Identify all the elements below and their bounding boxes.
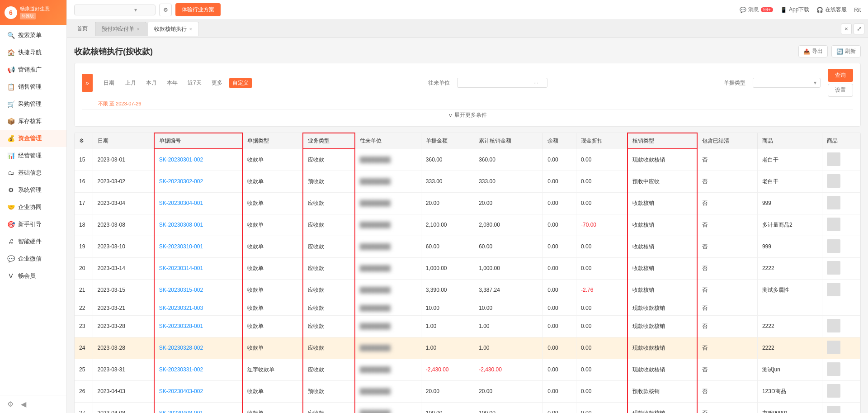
tab-home[interactable]: 首页: [71, 22, 94, 36]
col-header-date[interactable]: 日期: [93, 133, 154, 149]
date-tag-more[interactable]: 更多: [208, 78, 226, 88]
sidebar-item-icon-6: 💰: [7, 135, 14, 142]
col-header-settings[interactable]: ⚙: [75, 133, 93, 149]
col-header-writeoff-type[interactable]: 核销类型: [627, 133, 697, 149]
doc-link[interactable]: SK-20230331-002: [159, 366, 203, 373]
cell-goods: 测试jun: [757, 359, 822, 380]
doc-link[interactable]: SK-20230302-002: [159, 178, 203, 185]
cell-writeoff-amount: 3,387.24: [474, 279, 543, 301]
topbar-search-area[interactable]: ▾: [74, 5, 156, 15]
date-tag-this-month[interactable]: 本月: [142, 78, 160, 88]
col-header-goods-img[interactable]: 商品: [822, 133, 860, 149]
table-row[interactable]: 27 2023-04-08 SK-20230408-001 收款单 应收款 ██…: [75, 402, 860, 413]
export-button[interactable]: 📤 导出: [798, 45, 828, 57]
table-row[interactable]: 24 2023-03-28 SK-20230328-002 收款单 应收款 ██…: [75, 337, 860, 359]
sidebar-item-8[interactable]: 🗂基础信息: [0, 164, 66, 181]
topbar-dropdown-arrow[interactable]: ▾: [134, 7, 137, 13]
industry-btn[interactable]: 体验行业方案: [175, 3, 221, 16]
app-download-area[interactable]: 📱 App下载: [780, 6, 809, 14]
doc-link[interactable]: SK-20230308-001: [159, 222, 203, 228]
date-tag-last-month[interactable]: 上月: [122, 78, 140, 88]
col-header-include-settled[interactable]: 包含已结清: [697, 133, 757, 149]
expand-more-btn[interactable]: ∨ 展开更多条件: [82, 109, 853, 121]
sidebar-item-4[interactable]: 🛒采购管理: [0, 95, 66, 113]
date-tag-7days[interactable]: 近7天: [184, 78, 205, 88]
tab-close-2[interactable]: ×: [189, 27, 192, 32]
col-header-balance[interactable]: 余额: [543, 133, 576, 149]
col-header-amount[interactable]: 单据金额: [421, 133, 474, 149]
table-row[interactable]: 21 2023-03-15 SK-20230315-002 收款单 应收款 ██…: [75, 279, 860, 301]
bill-type-select[interactable]: ▾: [753, 78, 821, 88]
sidebar-item-6[interactable]: 💰资金管理: [0, 130, 66, 147]
sidebar-item-1[interactable]: 🏠快捷导航: [0, 44, 66, 61]
table-row[interactable]: 22 2023-03-21 SK-20230321-003 收款单 应收款 ██…: [75, 301, 860, 315]
table-row[interactable]: 26 2023-04-03 SK-20230403-002 收款单 预收款 ██…: [75, 380, 860, 402]
sidebar-item-0[interactable]: 🔍搜索菜单: [0, 27, 66, 44]
col-header-doc-no[interactable]: 单据编号: [154, 133, 242, 149]
col-header-partner[interactable]: 往来单位: [355, 133, 421, 149]
doc-link[interactable]: SK-20230310-001: [159, 243, 203, 250]
table-row[interactable]: 23 2023-03-28 SK-20230328-001 收款单 应收款 ██…: [75, 315, 860, 337]
tab-2[interactable]: 收款核销执行×: [147, 22, 199, 36]
sidebar-item-2[interactable]: 📢营销推广: [0, 61, 66, 78]
doc-link[interactable]: SK-20230403-002: [159, 388, 203, 394]
sidebar-item-3[interactable]: 📋销售管理: [0, 78, 66, 95]
cell-writeoff-amount: 10.00: [474, 301, 543, 315]
gear-button[interactable]: ⚙: [159, 4, 172, 16]
filter-settings-button[interactable]: 设置: [828, 84, 853, 97]
tab-1[interactable]: 预付冲应付单×: [95, 22, 146, 36]
cell-biz-type: 应收款: [303, 257, 355, 279]
sidebar-item-12[interactable]: 🖨智能硬件: [0, 233, 66, 250]
sidebar-item-9[interactable]: ⚙系统管理: [0, 181, 66, 199]
table-row[interactable]: 25 2023-03-31 SK-20230331-002 红字收款单 应收款 …: [75, 359, 860, 380]
col-header-cash-discount[interactable]: 现金折扣: [576, 133, 627, 149]
cell-bill-type: 收款单: [242, 337, 303, 359]
table-row[interactable]: 15 2023-03-01 SK-20230301-002 收款单 应收款 ██…: [75, 149, 860, 171]
cell-writeoff-type: 预收款核销: [627, 380, 697, 402]
maximize-btn[interactable]: ⤢: [854, 24, 864, 34]
date-tag-custom[interactable]: 自定义: [229, 78, 252, 88]
doc-link[interactable]: SK-20230304-001: [159, 200, 203, 206]
col-header-writeoff-amount[interactable]: 累计核销金额: [474, 133, 543, 149]
col-header-goods[interactable]: 商品: [757, 133, 822, 149]
collapse-icon[interactable]: ◀: [21, 400, 26, 408]
topbar: ▾ ⚙ 体验行业方案 💬 消息 99+ 📱 App下载 🎧 在线客服 Rit: [67, 0, 868, 20]
sidebar-item-11[interactable]: 🎯新手引导: [0, 216, 66, 233]
doc-link[interactable]: SK-20230321-003: [159, 305, 203, 311]
doc-link[interactable]: SK-20230314-001: [159, 265, 203, 271]
query-button[interactable]: 查询: [828, 69, 853, 82]
settings-icon[interactable]: ⚙: [7, 400, 14, 408]
sidebar-item-14[interactable]: V畅会员: [0, 267, 66, 285]
date-tag-this-year[interactable]: 本年: [163, 78, 181, 88]
sidebar-item-7[interactable]: 📊经营管理: [0, 147, 66, 164]
table-row[interactable]: 17 2023-03-04 SK-20230304-001 收款单 应收款 ██…: [75, 192, 860, 214]
partner-search-field[interactable]: ···: [457, 78, 547, 88]
filter-toggle[interactable]: »: [82, 74, 93, 92]
table-row[interactable]: 20 2023-03-14 SK-20230314-001 收款单 应收款 ██…: [75, 257, 860, 279]
tab-close-1[interactable]: ×: [137, 27, 140, 32]
cell-balance: 0.00: [543, 315, 576, 337]
ellipsis-icon[interactable]: ···: [533, 80, 538, 86]
cell-date: 2023-03-10: [93, 236, 154, 257]
table-row[interactable]: 18 2023-03-08 SK-20230308-001 收款单 应收款 ██…: [75, 214, 860, 236]
refresh-button[interactable]: 🔄 刷新: [831, 45, 861, 57]
notification-area[interactable]: 💬 消息 99+: [740, 6, 773, 14]
partner-value: ████████: [360, 410, 391, 413]
goods-thumbnail: [827, 341, 840, 354]
sidebar-item-10[interactable]: 🤝企业协同: [0, 199, 66, 216]
table-row[interactable]: 19 2023-03-10 SK-20230310-001 收款单 应收款 ██…: [75, 236, 860, 257]
close-tab-btn[interactable]: ×: [841, 24, 852, 34]
sidebar-item-5[interactable]: 📦库存核算: [0, 113, 66, 130]
col-header-bill-type[interactable]: 单据类型: [242, 133, 303, 149]
sidebar-item-13[interactable]: 💬企业微信: [0, 250, 66, 267]
col-header-biz-type[interactable]: 业务类型: [303, 133, 355, 149]
user-name[interactable]: Rit: [854, 7, 861, 13]
doc-link[interactable]: SK-20230301-002: [159, 157, 203, 163]
doc-link[interactable]: SK-20230408-001: [159, 410, 203, 413]
doc-link[interactable]: SK-20230328-001: [159, 323, 203, 329]
doc-link[interactable]: SK-20230328-002: [159, 345, 203, 351]
online-service-area[interactable]: 🎧 在线客服: [816, 6, 847, 14]
goods-thumbnail: [827, 174, 840, 188]
doc-link[interactable]: SK-20230315-002: [159, 287, 203, 293]
table-row[interactable]: 16 2023-03-02 SK-20230302-002 收款单 预收款 ██…: [75, 171, 860, 192]
